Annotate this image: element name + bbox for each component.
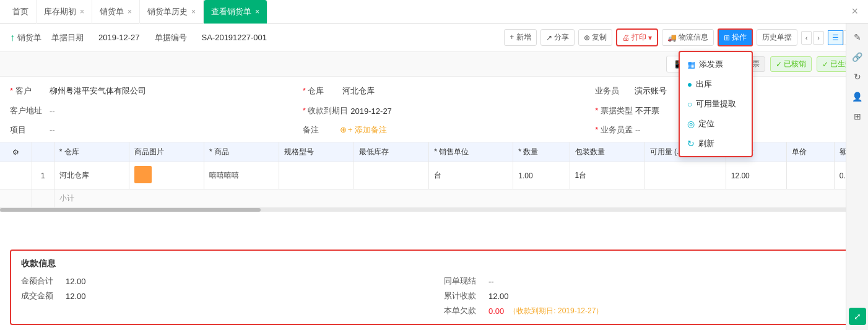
- customer-field: 客户 柳州粤港平安气体有限公司: [10, 84, 273, 98]
- row-product-img: [129, 162, 204, 189]
- row-warehouse: 河北仓库: [54, 162, 129, 189]
- subtotal-num: [32, 189, 54, 208]
- row-min-stock: [354, 162, 429, 189]
- payment-due-label: 收款到期日: [303, 105, 349, 116]
- table-row: 1 河北仓库 嘻嘻嘻嘻 台 1.00 1台 12.00 0.: [0, 162, 868, 189]
- total-label: 金额合计: [21, 276, 61, 287]
- col-product: * 商品: [204, 142, 279, 162]
- close-tab-history[interactable]: ×: [191, 7, 196, 16]
- warehouse-field: 仓库 河北仓库: [303, 84, 566, 98]
- share-icon: ↗: [546, 33, 552, 42]
- checked-badge: ✓ 已核销: [770, 56, 812, 72]
- main-content: ↑ 销货单 单据日期 2019-12-27 单据编号 SA-20191227-0…: [0, 24, 868, 330]
- dropdown-add-invoice[interactable]: ▦ 添发票: [680, 54, 752, 74]
- dropdown-outbound[interactable]: ● 出库: [680, 74, 752, 94]
- view-list-btn[interactable]: ☰: [828, 30, 843, 45]
- project-label: 项目: [10, 124, 47, 136]
- print-dropdown-icon: ▾: [648, 33, 652, 42]
- row-num: 1: [32, 162, 54, 189]
- copy-button[interactable]: ⊕ 复制: [578, 29, 612, 46]
- print-button[interactable]: 🖨 打印 ▾: [616, 28, 658, 46]
- share-button[interactable]: ↗ 分享: [540, 29, 575, 46]
- close-tab-inventory[interactable]: ×: [80, 7, 84, 16]
- number-label: 单据编号: [155, 32, 187, 43]
- payment-total-row: 金额合计 12.00: [21, 276, 424, 287]
- balance-value: 0.00: [488, 306, 504, 316]
- tab-sales-order[interactable]: 销货单 ×: [92, 0, 140, 24]
- dropdown-refresh[interactable]: ↻ 刷新: [680, 134, 752, 154]
- col-warehouse: * 仓库: [54, 142, 129, 162]
- ticket-type-label: 票据类型: [595, 105, 633, 116]
- sidebar-edit-icon[interactable]: ✎: [849, 28, 866, 46]
- balance-label: 本单欠款: [444, 305, 484, 316]
- balance-note: （收款到期日: 2019-12-27）: [509, 306, 603, 316]
- doc-type: ↑ 销货单: [10, 32, 41, 43]
- logistics-button[interactable]: 🚚 物流信息: [662, 29, 714, 46]
- operations-dropdown: ▦ 添发票 ● 出库 ○ 可用量提取 ◎ 定位: [679, 51, 753, 157]
- subtotal-row: 小计: [0, 189, 868, 208]
- subtotal-label: 小计: [54, 189, 867, 208]
- ticket-type-value: 不开票: [633, 104, 662, 118]
- product-thumbnail: [134, 166, 152, 183]
- operations-icon: ⊞: [724, 33, 730, 42]
- available-qty-icon: ○: [687, 99, 692, 109]
- sidebar-expand-icon[interactable]: ⤢: [849, 308, 866, 325]
- payment-section: 收款信息 金额合计 12.00 同单现结 -- 成交金额 12.00 累计收款 …: [10, 250, 858, 325]
- close-tab-sales[interactable]: ×: [128, 7, 132, 16]
- print-icon: 🖨: [622, 33, 630, 42]
- col-unit-price: 单价: [787, 142, 834, 162]
- row-spec: [279, 162, 354, 189]
- col-num: [32, 142, 54, 162]
- next-arrow[interactable]: ›: [813, 31, 824, 45]
- sidebar-refresh-icon[interactable]: ↻: [849, 68, 866, 85]
- note-field: 备注 ⊕ + 添加备注: [303, 124, 566, 136]
- customer-addr-value: --: [47, 105, 58, 117]
- scrollbar-thumb[interactable]: [0, 208, 261, 212]
- tab-home[interactable]: 首页: [5, 0, 37, 24]
- payment-balance-row: 本单欠款 0.00 （收款到期日: 2019-12-27）: [444, 305, 847, 316]
- refresh-icon: ↻: [687, 139, 695, 149]
- col-quantity: * 数量: [513, 142, 570, 162]
- tab-sales-history[interactable]: 销货单历史 ×: [140, 0, 204, 24]
- prev-arrow[interactable]: ‹: [801, 31, 812, 45]
- transaction-value: 12.00: [66, 292, 86, 301]
- operations-wrap: ⊞ 操作 ▦ 添发票 ● 出库 ○ 可用量提取: [718, 28, 753, 46]
- row-product: 嘻嘻嘻嘻: [204, 162, 279, 189]
- payment-cumulative-row: 累计收款 12.00: [444, 290, 847, 302]
- number-value: SA-20191227-001: [202, 33, 267, 42]
- toolbar: + 新增 ↗ 分享 ⊕ 复制 🖨 打印 ▾ 🚚 物流信息 ⊞: [504, 28, 858, 46]
- warehouse-label: 仓库: [303, 85, 340, 97]
- note-label: 备注: [303, 124, 340, 136]
- right-sidebar: ✎ 🔗 ↻ 👤 ⊞ ⤢: [846, 24, 868, 330]
- new-button[interactable]: + 新增: [504, 29, 536, 46]
- same-order-value: --: [488, 277, 494, 286]
- tab-bar: 首页 库存期初 × 销货单 × 销货单历史 × 查看销货单 × ×: [0, 0, 868, 24]
- cumulative-label: 累计收款: [444, 290, 484, 302]
- logistics-icon: 🚚: [667, 33, 677, 42]
- nav-arrows: ‹ ›: [801, 31, 824, 45]
- doc-type-icon: ↑: [10, 32, 15, 43]
- history-button[interactable]: 历史单据: [757, 29, 797, 46]
- tab-view-sales[interactable]: 查看销货单 ×: [204, 0, 267, 24]
- sidebar-person-icon[interactable]: 👤: [849, 88, 866, 105]
- operations-button[interactable]: ⊞ 操作: [718, 28, 753, 46]
- dropdown-available-qty[interactable]: ○ 可用量提取: [680, 94, 752, 114]
- close-tab-view[interactable]: ×: [255, 7, 259, 16]
- total-value: 12.00: [66, 277, 86, 286]
- transaction-label: 成交金额: [21, 290, 61, 302]
- sidebar-link-icon[interactable]: 🔗: [849, 48, 866, 66]
- col-product-img: 商品图片: [129, 142, 204, 162]
- col-sales-unit: * 销售单位: [429, 142, 513, 162]
- horizontal-scrollbar[interactable]: [0, 208, 868, 212]
- tab-inventory-init[interactable]: 库存期初 ×: [37, 0, 92, 24]
- sidebar-table-icon[interactable]: ⊞: [849, 108, 866, 125]
- checked-icon: ✓: [776, 60, 782, 69]
- window-close-button[interactable]: ×: [846, 5, 863, 18]
- add-note-link[interactable]: ⊕ + 添加备注: [340, 124, 387, 136]
- salesperson-value: 演示账号: [632, 84, 669, 98]
- dropdown-locate[interactable]: ◎ 定位: [680, 114, 752, 134]
- project-field: 项目 --: [10, 124, 273, 136]
- col-min-stock: 最低库存: [354, 142, 429, 162]
- customer-addr-field: 客户地址 --: [10, 105, 273, 117]
- row-current-stock: 12.00: [726, 162, 787, 189]
